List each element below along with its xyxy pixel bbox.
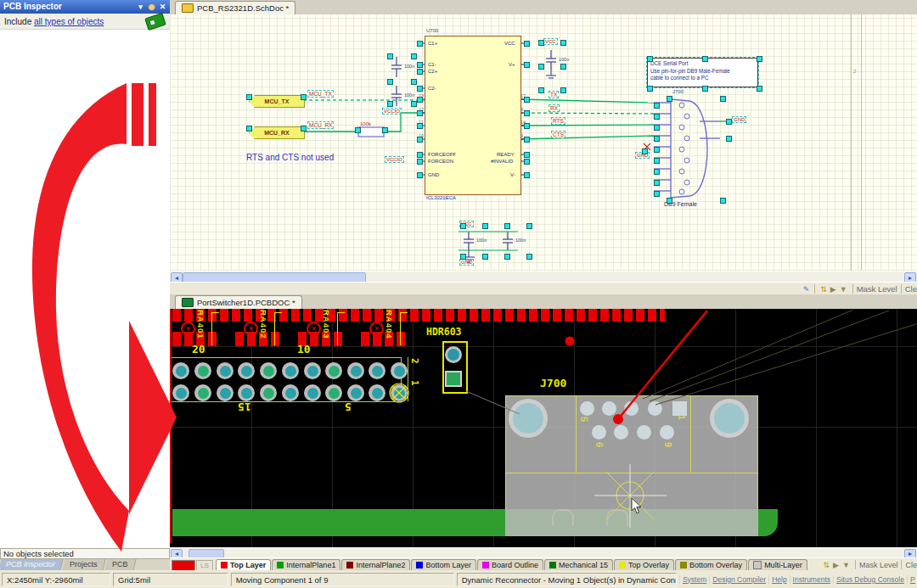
port-mcu-rx[interactable]: MCU_RX [249,126,305,139]
power-port-vccio[interactable]: VCCIO [382,108,402,115]
layer-color-swatch [221,562,228,568]
svg-text:100n: 100n [476,238,487,243]
altium-workspace: PCB Inspector ▾ ◉ ✕ Include all types of… [0,0,917,588]
layer-tab-bottom-layer[interactable]: Bottom Layer [411,559,476,571]
panel-pin-icon[interactable]: ◉ [146,2,157,12]
selection-handle [560,64,566,70]
selection-handle [524,159,530,165]
net-label[interactable]: MCU_RX [307,121,334,129]
selection-handle [524,152,530,158]
net-label[interactable]: CTS [551,131,565,138]
panel-button-pcb[interactable]: PCB [907,575,915,584]
selection-handle [647,86,653,92]
layer-color-swatch [753,561,762,569]
mask-level-button[interactable]: Mask Level [859,561,898,569]
filter-icon[interactable]: ▼ [840,285,847,294]
inspector-status: No objects selected [0,548,170,559]
pcb-doc-tab-label: PortSwitcher1D.PCBDOC * [197,298,295,307]
grid-indicator: Grid:5mil [113,573,228,586]
layer-tab-internalplane1[interactable]: InternalPlane1 [272,559,340,571]
selection-handle [417,152,423,158]
panel-button-situs-debug-console[interactable]: Situs Debug Console [833,575,907,584]
selection-handle [411,101,417,107]
selection-handle [301,94,307,100]
selection-handle [504,254,510,260]
schematic-canvas[interactable]: 2 [170,14,917,271]
selection-handle [702,56,708,62]
ic-pin-label: C1+ [428,41,437,46]
net-label[interactable]: RTS [551,117,565,125]
panel-buttons: SystemDesign CompilerHelpInstrumentsSitu… [679,575,915,584]
pcb-inspector-panel: PCB Inspector ▾ ◉ ✕ Include all types of… [0,0,171,548]
svg-text:100n: 100n [515,238,526,243]
selection-handle [702,86,708,92]
panel-button-help[interactable]: Help [768,575,789,584]
ic-pin-number: 9 [520,133,523,138]
selection-handle [654,136,660,142]
net-label[interactable]: TX [549,91,559,98]
panel-title-bar[interactable]: PCB Inspector ▾ ◉ ✕ [0,0,170,14]
power-port-vcc[interactable]: VCC [543,38,558,45]
include-objects-link[interactable]: all types of objects [34,17,104,26]
net-label[interactable]: MCU_TX [307,90,334,98]
tab-pcb[interactable]: PCB [104,559,136,570]
layer-color-swatch [482,562,489,568]
selection-handle [647,56,653,62]
panel-menu-icon[interactable]: ▾ [135,2,146,12]
ic-pin-label: FORCEOFF [428,152,456,157]
pcb-doc-tab[interactable]: PortSwitcher1D.PCBDOC * [175,295,302,309]
filter-icon[interactable]: ▼ [842,561,850,569]
layer-tab-top-overlay[interactable]: Top Overlay [614,559,674,571]
mask-level-button[interactable]: Mask Level [857,284,897,294]
svg-text:100n: 100n [404,64,414,69]
pcb-canvas[interactable]: ✕RA401✕RA402✕RA403✕RA404 20 10 15 5 2 1 … [170,309,917,547]
power-port-gnd[interactable]: GND [459,259,474,266]
schematic-hscrollbar[interactable]: ◂ ▸ [170,271,917,283]
selection-handle [411,53,417,59]
panel-close-icon[interactable]: ✕ [157,2,168,12]
schematic-note[interactable]: DCE Serial Port Use pin-for-pin DB9 Male… [647,58,758,87]
play-icon[interactable]: ▶ [833,561,839,569]
power-port-gnd[interactable]: GND [732,116,746,123]
ic-pin-label: C2- [428,86,436,91]
sort-icon[interactable]: ⇅ [824,561,830,569]
layer-tab-mechanical-15[interactable]: Mechanical 15 [544,559,613,571]
selection-handle [411,79,417,85]
selection-handle [524,110,530,116]
clear-button[interactable]: Cle [905,284,917,294]
panel-button-system[interactable]: System [679,575,709,584]
tab-projects[interactable]: Projects [62,559,105,570]
selection-handle [720,198,726,204]
selection-handle [654,103,660,109]
layer-tab-board-outline[interactable]: Board Outline [477,559,543,571]
port-mcu-tx[interactable]: MCU_TX [249,95,305,108]
selection-handle [417,159,423,165]
selection-handle [526,254,532,260]
tab-pcb-inspector[interactable]: PCB Inspector [0,559,64,570]
schematic-tab-bar: PCB_RS2321D.SchDoc * [170,0,917,15]
selection-handle [417,110,423,116]
selection-handle [504,223,510,229]
panel-title-buttons: ▾ ◉ ✕ [135,2,168,12]
power-port-vccio[interactable]: VCCIO [385,156,404,163]
layer-color-swatch [680,562,687,568]
panel-button-design-compiler[interactable]: Design Compiler [709,575,768,584]
layer-tab-multi-layer[interactable]: Multi-Layer [748,559,807,571]
status-bar: X:2450mil Y:-2960mil Grid:5mil Moving Co… [0,570,917,588]
clear-button[interactable]: Cle [905,561,917,569]
schematic-doc-tab[interactable]: PCB_RS2321D.SchDoc * [175,1,295,14]
sort-icon[interactable]: ⇅ [820,285,827,294]
layer-tab-bottom-overlay[interactable]: Bottom Overlay [675,559,747,571]
play-icon[interactable]: ▶ [830,285,836,294]
layer-tab-internalplane2[interactable]: InternalPlane2 [341,559,410,571]
selection-handle [417,62,423,68]
edit-icon[interactable]: ✎ [803,285,810,294]
selection-handle [417,123,423,129]
selection-handle [524,62,530,68]
ic-symbol[interactable] [425,36,521,195]
panel-button-instruments[interactable]: Instruments [790,575,833,584]
layer-tab-top-layer[interactable]: Top Layer [216,559,271,571]
selection-handle [382,127,388,133]
net-label[interactable]: RX [549,104,560,112]
selection-handle [460,254,466,260]
